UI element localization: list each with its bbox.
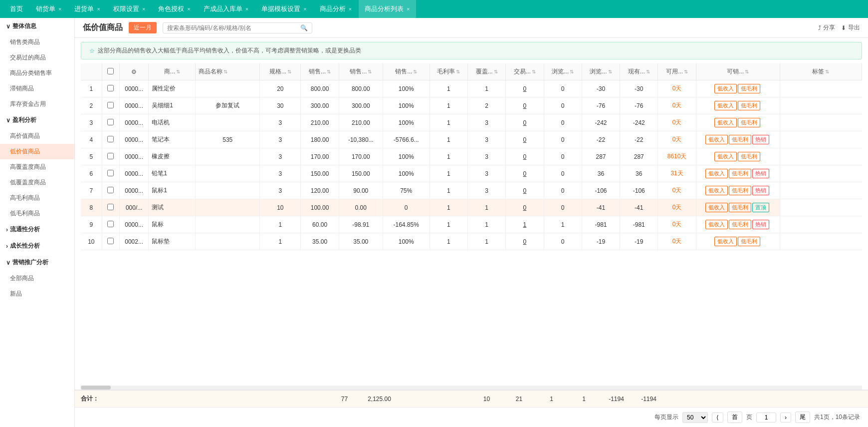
nav-analysis-list[interactable]: 商品分析列表 × — [359, 0, 416, 18]
close-role-icon[interactable]: × — [187, 6, 190, 12]
th-name[interactable]: 商品名称⇅ — [196, 63, 260, 80]
th-settings[interactable]: ⚙ — [119, 63, 148, 80]
product-tag[interactable]: 低毛利 — [729, 186, 751, 195]
horizontal-scrollbar[interactable] — [81, 386, 862, 390]
row-checkbox[interactable] — [107, 136, 114, 142]
cell-browse1[interactable]: 0 — [506, 131, 544, 148]
cell-browse1[interactable]: 0 — [506, 80, 544, 97]
th-current-stock[interactable]: 现有...⇅ — [620, 63, 658, 80]
browse1-link[interactable]: 0 — [523, 153, 527, 160]
product-tag[interactable]: 低毛利 — [729, 169, 751, 178]
sidebar-item-slow-moving[interactable]: 滞销商品 — [0, 81, 74, 96]
sidebar-group-profit[interactable]: ∨ 盈利分析 — [0, 112, 74, 128]
th-sellable-days[interactable]: 可销...⇅ — [696, 63, 780, 80]
cell-check[interactable] — [102, 182, 119, 199]
cell-check[interactable] — [102, 233, 119, 250]
last-page-button[interactable]: 尾 — [795, 412, 810, 423]
nav-sales[interactable]: 销货单 × — [30, 0, 67, 18]
product-tag[interactable]: 低收入 — [714, 152, 737, 161]
cell-browse1[interactable]: 0 — [506, 199, 544, 216]
product-tag[interactable]: 低毛利 — [729, 135, 751, 144]
product-tag[interactable]: 置顶 — [752, 203, 769, 212]
sidebar-item-traded-products[interactable]: 交易过的商品 — [0, 50, 74, 65]
share-button[interactable]: ⤴ 分享 — [818, 23, 835, 32]
close-template-icon[interactable]: × — [303, 6, 306, 12]
first-page-button[interactable]: ⟨ — [712, 413, 723, 423]
product-tag[interactable]: 低收入 — [714, 237, 737, 246]
product-tag[interactable]: 热销 — [752, 135, 769, 144]
browse1-link[interactable]: 0 — [523, 85, 527, 92]
product-tag[interactable]: 低收入 — [705, 186, 728, 195]
th-available-stock[interactable]: 可用...⇅ — [658, 63, 696, 80]
browse1-link[interactable]: 0 — [523, 204, 527, 211]
nav-permissions[interactable]: 权限设置 × — [107, 0, 151, 18]
product-tag[interactable]: 低毛利 — [729, 220, 751, 229]
product-tag[interactable]: 低收入 — [714, 101, 737, 110]
row-checkbox[interactable] — [107, 153, 114, 159]
sidebar-item-new-products[interactable]: 新品 — [0, 286, 74, 302]
search-input[interactable] — [167, 24, 298, 31]
product-tag[interactable]: 低收入 — [705, 203, 728, 212]
filter-recent-month-button[interactable]: 近一月 — [129, 22, 157, 33]
product-tag[interactable]: 低收入 — [705, 135, 728, 144]
product-tag[interactable]: 低毛利 — [738, 237, 760, 246]
close-inbound-icon[interactable]: × — [245, 6, 248, 12]
th-browse2[interactable]: 浏览...⇅ — [582, 63, 620, 80]
sidebar-item-low-coverage[interactable]: 低覆盖度商品 — [0, 175, 74, 190]
cell-check[interactable] — [102, 199, 119, 216]
cell-check[interactable] — [102, 80, 119, 97]
cell-check[interactable] — [102, 216, 119, 233]
cell-browse1[interactable]: 0 — [506, 182, 544, 199]
prev-page-button[interactable]: 首 — [727, 412, 742, 423]
th-gross-rate[interactable]: 毛利率⇅ — [430, 63, 467, 80]
th-trade[interactable]: 交易...⇅ — [506, 63, 544, 80]
nav-product-inbound[interactable]: 产成品入库单 × — [198, 0, 254, 18]
search-icon[interactable]: 🔍 — [300, 24, 308, 31]
product-tag[interactable]: 热销 — [752, 186, 769, 195]
browse1-link[interactable]: 0 — [523, 170, 527, 177]
browse1-link[interactable]: 0 — [523, 136, 527, 143]
sidebar-item-high-value[interactable]: 高价值商品 — [0, 128, 74, 144]
row-checkbox[interactable] — [107, 119, 114, 125]
cell-check[interactable] — [102, 114, 119, 131]
sidebar-item-sales-products[interactable]: 销售类商品 — [0, 34, 74, 50]
th-sale-amount[interactable]: 销售...⇅ — [383, 63, 430, 80]
product-tag[interactable]: 低收入 — [705, 169, 728, 178]
cell-browse1[interactable]: 0 — [506, 97, 544, 114]
th-coverage[interactable]: 覆盖...⇅ — [467, 63, 505, 80]
close-analysis-list-icon[interactable]: × — [407, 6, 410, 12]
sidebar-item-inventory-capital[interactable]: 库存资金占用 — [0, 96, 74, 112]
browse1-link[interactable]: 0 — [523, 238, 527, 245]
th-tags[interactable]: 标签⇅ — [780, 63, 862, 80]
browse1-link[interactable]: 0 — [523, 119, 527, 126]
product-tag[interactable]: 热销 — [752, 220, 769, 229]
row-checkbox[interactable] — [107, 170, 114, 176]
cell-browse1[interactable]: 0 — [506, 114, 544, 131]
sidebar-group-growth[interactable]: › 成长性分析 — [0, 238, 74, 254]
cell-browse1[interactable]: 0 — [506, 233, 544, 250]
th-browse1[interactable]: 浏览...⇅ — [544, 63, 582, 80]
sidebar-item-all-products[interactable]: 全部商品 — [0, 271, 74, 286]
cell-check[interactable] — [102, 97, 119, 114]
cell-browse1[interactable]: 1 — [506, 216, 544, 233]
export-button[interactable]: ⬇ 导出 — [841, 23, 860, 32]
row-checkbox[interactable] — [107, 102, 114, 108]
sidebar-item-category-sales[interactable]: 商品分类销售率 — [0, 65, 74, 81]
product-tag[interactable]: 低毛利 — [738, 84, 760, 93]
nav-product-analysis[interactable]: 商品分析 × — [314, 0, 358, 18]
row-checkbox[interactable] — [107, 238, 114, 244]
product-tag[interactable]: 热销 — [752, 169, 769, 178]
select-all-checkbox[interactable] — [107, 68, 114, 74]
th-spec[interactable]: 规格...⇅ — [260, 63, 301, 80]
product-tag[interactable]: 低收入 — [714, 84, 737, 93]
page-size-select[interactable]: 50 100 200 — [682, 412, 708, 423]
next-page-button[interactable]: › — [780, 413, 791, 423]
close-analysis-icon[interactable]: × — [349, 6, 352, 12]
close-sales-icon[interactable]: × — [58, 6, 61, 12]
product-tag[interactable]: 低毛利 — [729, 203, 751, 212]
sidebar-item-high-coverage[interactable]: 高覆盖度商品 — [0, 159, 74, 175]
sidebar-group-circulation[interactable]: › 流通性分析 — [0, 221, 74, 238]
nav-role-auth[interactable]: 角色授权 × — [152, 0, 196, 18]
product-tag[interactable]: 低收入 — [705, 220, 728, 229]
th-sale-price[interactable]: 销售...⇅ — [339, 63, 383, 80]
